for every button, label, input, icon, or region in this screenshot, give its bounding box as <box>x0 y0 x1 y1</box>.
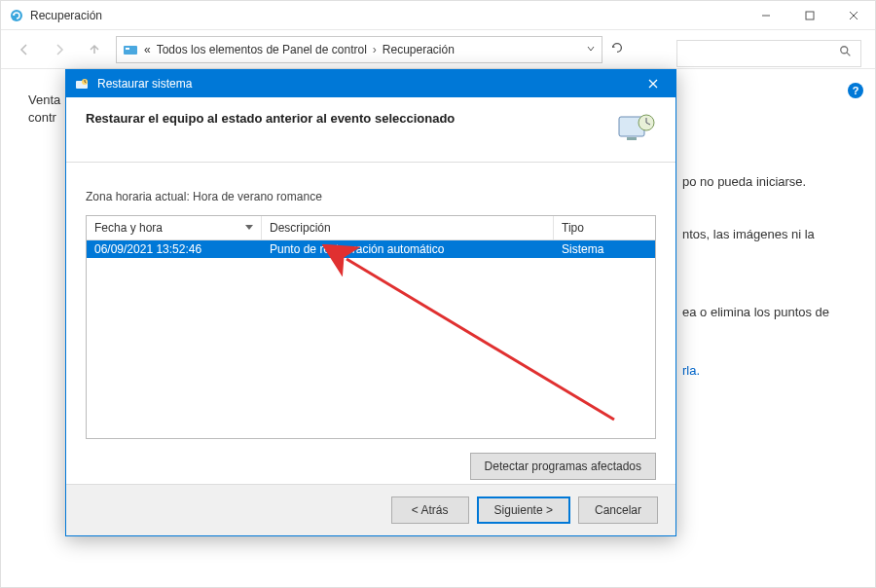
control-panel-window: Recuperación « Todos los elementos de Pa… <box>0 0 876 588</box>
svg-rect-5 <box>124 46 137 55</box>
scan-affected-programs-button[interactable]: Detectar programas afectados <box>470 453 656 480</box>
background-text: po no pueda iniciarse. <box>682 174 806 189</box>
outer-window-title: Recuperación <box>30 9 102 22</box>
dialog-heading: Restaurar el equipo al estado anterior a… <box>86 111 605 126</box>
dialog-header: Restaurar el equipo al estado anterior a… <box>66 97 675 163</box>
cell-date: 06/09/2021 13:52:46 <box>87 240 262 258</box>
background-text: contr <box>28 110 56 125</box>
column-header-date[interactable]: Fecha y hora <box>87 216 262 239</box>
column-header-description[interactable]: Descripción <box>262 216 554 239</box>
svg-rect-2 <box>806 12 814 19</box>
back-button[interactable]: < Atrás <box>391 496 469 524</box>
nav-forward-button[interactable] <box>46 36 73 63</box>
svg-point-7 <box>841 47 848 54</box>
svg-point-0 <box>11 10 22 21</box>
next-button[interactable]: Siguiente > <box>477 496 570 524</box>
refresh-button[interactable] <box>610 41 624 58</box>
cell-description: Punto de restauración automático <box>262 240 554 258</box>
background-link[interactable]: rla. <box>682 363 700 378</box>
breadcrumb-prefix: « <box>144 43 151 56</box>
minimize-button[interactable] <box>744 1 787 30</box>
dialog-body: Zona horaria actual: Hora de verano roma… <box>66 163 675 490</box>
cancel-button[interactable]: Cancelar <box>578 496 658 524</box>
breadcrumb-segment-2[interactable]: Recuperación <box>383 43 455 56</box>
table-header: Fecha y hora Descripción Tipo <box>87 216 655 240</box>
system-restore-dialog: Restaurar sistema Restaurar el equipo al… <box>65 69 676 536</box>
background-text: ntos, las imágenes ni la <box>682 227 815 241</box>
background-text: ea o elimina los puntos de <box>682 305 829 319</box>
nav-up-button[interactable] <box>81 36 108 63</box>
help-icon[interactable]: ? <box>848 83 863 98</box>
table-row[interactable]: 06/09/2021 13:52:46 Punto de restauració… <box>87 240 655 258</box>
search-box[interactable] <box>676 40 861 67</box>
dialog-close-button[interactable] <box>639 70 668 97</box>
dialog-footer: < Atrás Siguiente > Cancelar <box>66 484 675 535</box>
close-button[interactable] <box>831 1 875 30</box>
chevron-down-icon[interactable] <box>586 43 596 56</box>
monitor-clock-icon <box>617 111 656 146</box>
detect-row: Detectar programas afectados <box>86 453 656 480</box>
recovery-icon <box>9 8 24 23</box>
breadcrumb-segment-1[interactable]: Todos los elementos de Panel de control <box>157 43 367 56</box>
cell-type: Sistema <box>554 240 655 258</box>
window-controls <box>744 1 875 30</box>
svg-rect-6 <box>126 48 129 50</box>
svg-line-8 <box>847 53 851 56</box>
restore-icon <box>74 76 90 92</box>
breadcrumb-separator: › <box>373 43 377 56</box>
breadcrumb[interactable]: « Todos los elementos de Panel de contro… <box>116 36 602 63</box>
dialog-titlebar: Restaurar sistema <box>66 70 675 97</box>
maximize-button[interactable] <box>787 1 831 30</box>
svg-rect-14 <box>627 137 637 140</box>
nav-back-button[interactable] <box>11 36 38 63</box>
search-icon <box>839 45 853 62</box>
background-text: Venta <box>28 92 60 107</box>
outer-titlebar: Recuperación <box>1 1 875 30</box>
control-panel-icon <box>123 42 138 57</box>
restore-points-table: Fecha y hora Descripción Tipo 06/09/2021… <box>86 215 656 439</box>
timezone-label: Zona horaria actual: Hora de verano roma… <box>86 190 656 203</box>
dialog-title: Restaurar sistema <box>97 77 192 91</box>
column-header-type[interactable]: Tipo <box>554 216 655 239</box>
